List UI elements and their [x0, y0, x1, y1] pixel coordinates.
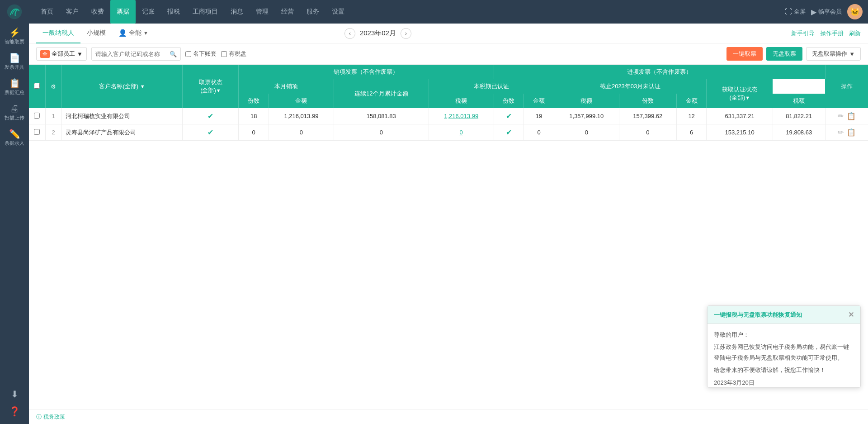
edit-icon[interactable]: ✏ [838, 129, 844, 136]
chevron-down-icon: ▼ [143, 30, 148, 36]
chevron-icon: ▼ [77, 51, 83, 57]
col-sales-group: 销项发票（不含作废票） [239, 65, 494, 79]
col-uncert-amount: 金额 [676, 94, 707, 108]
month-nav-wrap: ‹ 2023年02月 › [344, 28, 411, 39]
popup-close-btn[interactable]: ✕ [848, 310, 854, 319]
employee-select[interactable]: 全 全部员工 ▼ [36, 47, 87, 61]
current-month: 2023年02月 [360, 29, 396, 38]
search-icon[interactable]: 🔍 [170, 51, 177, 57]
nav-bookkeeping[interactable]: 记账 [136, 0, 161, 24]
row-sales-amount: 1,216,013.99 [269, 108, 334, 124]
manual-link[interactable]: 操作手册 [820, 29, 844, 38]
member-btn[interactable]: ▶ 畅享会员 [811, 8, 842, 16]
svg-point-0 [7, 5, 22, 19]
sidebar-item-invoice-open[interactable]: 📄 发票开具 [0, 49, 29, 74]
nav-billing[interactable]: 收费 [85, 0, 110, 24]
bottom-bar: ⓘ 税务政策 [29, 410, 868, 424]
row-uncert-amount: 631,337.21 [707, 108, 773, 124]
nav-customer[interactable]: 客户 [60, 0, 85, 24]
prev-month-btn[interactable]: ‹ [344, 28, 355, 39]
fullscreen-icon: ⛶ [785, 8, 792, 16]
one-key-fetch-btn[interactable]: 一键取票 [726, 47, 763, 61]
help-icon: ❓ [9, 407, 20, 416]
table-row: 1 河北柯瑞梳实业有限公司 ✔ 18 1,216,013.99 158,081.… [29, 108, 868, 124]
select-all-checkbox[interactable] [34, 83, 40, 89]
row-cert-tax: 0 [619, 124, 676, 141]
row-num: 1 [45, 108, 61, 124]
nav-manage[interactable]: 管理 [250, 0, 275, 24]
tax-policy-icon: ⓘ [36, 413, 42, 421]
nav-service[interactable]: 服务 [300, 0, 326, 24]
popup-body: 尊敬的用户：江苏政务网已恢复访问电子税务局功能，易代账一键登陆电子税务局与无盘取… [708, 324, 860, 387]
new-guide-link[interactable]: 新手引导 [791, 29, 815, 38]
sidebar-item-data-entry[interactable]: ✏️ 票据录入 [0, 125, 29, 150]
checkbox-tax-disk[interactable]: 有税盘 [221, 50, 246, 58]
data-entry-icon: ✏️ [9, 129, 20, 138]
nav-home[interactable]: 首页 [34, 0, 60, 24]
sidebar-item-help[interactable]: ❓ [0, 402, 29, 419]
row-uncert-tax: 81,822.21 [773, 108, 825, 124]
col-certify-status: 获取认证状态(全部)▼ [707, 79, 773, 108]
row-sales-12m: 0 [429, 124, 494, 141]
fullscreen-btn[interactable]: ⛶ 全屏 [785, 8, 806, 16]
row-checkbox[interactable] [34, 113, 40, 119]
user-avatar[interactable]: 🐱 [847, 4, 863, 19]
row-uncert-tax: 19,808.63 [773, 124, 825, 141]
checkbox-named-accounts[interactable]: 名下账套 [185, 50, 217, 58]
tax-policy-link[interactable]: 税务政策 [43, 413, 65, 421]
row-cert-amount: 0 [554, 124, 619, 141]
fullscreen-label: 全屏 [794, 8, 806, 16]
no-disk-ops-btn[interactable]: 无盘取票操作 ▼ [806, 47, 861, 61]
col-cert-count: 份数 [494, 94, 524, 108]
sidebar-item-smart-fetch[interactable]: ⚡ 智能取票 [0, 24, 29, 49]
sidebar-item-download[interactable]: ⬇ [0, 385, 29, 402]
search-wrap: 🔍 [91, 47, 181, 61]
nav-right: ⛶ 全屏 ▶ 畅享会员 🐱 [785, 4, 863, 19]
col-uncert-count: 份数 [619, 94, 676, 108]
invoice-summary-icon: 📋 [9, 79, 20, 88]
nav-tax[interactable]: 报税 [161, 0, 186, 24]
next-month-btn[interactable]: › [401, 28, 411, 39]
view-icon[interactable]: 📋 [847, 129, 856, 136]
settings-icon[interactable]: ⚙ [51, 83, 56, 90]
nav-invoice[interactable]: 票据 [110, 0, 136, 24]
sidebar-item-scan-upload[interactable]: 🖨 扫描上传 [0, 100, 29, 125]
nav-message[interactable]: 消息 [224, 0, 250, 24]
no-disk-fetch-btn[interactable]: 无盘取票 [766, 47, 802, 61]
sidebar-item-label: 发票开具 [5, 64, 24, 71]
edit-icon[interactable]: ✏ [838, 112, 844, 120]
row-fetch-status: ✔ [183, 108, 239, 124]
row-customer: 河北柯瑞梳实业有限公司 [61, 108, 183, 124]
tab-general[interactable]: 一般纳税人 [36, 24, 80, 43]
col-period-certified: 本税期已认证 [429, 79, 554, 94]
tab-small[interactable]: 小规模 [80, 24, 112, 43]
row-actions: ✏ 📋 [825, 124, 868, 141]
sidebar-item-invoice-summary[interactable]: 📋 票据汇总 [0, 74, 29, 100]
nav-operate[interactable]: 经营 [275, 0, 300, 24]
tab-all-label: 全能 [129, 29, 142, 37]
popup-notification: 一键报税与无盘取票功能恢复通知 ✕ 尊敬的用户：江苏政务网已恢复访问电子税务局功… [707, 305, 861, 388]
checkbox-tax-disk-input[interactable] [221, 51, 227, 57]
col-action: 操作 [825, 65, 868, 108]
view-icon[interactable]: 📋 [847, 112, 856, 120]
row-checkbox[interactable] [34, 129, 40, 135]
main-table: ⚙ 客户名称(全部) ▼ 取票状态(全部)▼ 销项发票（不含作废票） 进项发票（… [29, 65, 868, 141]
row-cert-amount: 1,357,999.10 [554, 108, 619, 124]
checkbox-named-accounts-input[interactable] [185, 51, 191, 57]
sidebar: ⚡ 智能取票 📄 发票开具 📋 票据汇总 🖨 扫描上传 ✏️ 票据录入 ⬇ ❓ [0, 0, 29, 424]
tab-all[interactable]: 👤 全能 ▼ [112, 24, 155, 43]
col-fetch-status: 取票状态(全部)▼ [183, 65, 239, 108]
row-sales-count: 18 [239, 108, 269, 124]
nav-business[interactable]: 工商项目 [186, 0, 224, 24]
employee-label: 全部员工 [52, 50, 75, 58]
nav-settings[interactable]: 设置 [326, 0, 351, 24]
table-row: 2 灵寿县尚泽矿产品有限公司 ✔ 0 0 0 0 ✔ 0 0 0 6 153,2… [29, 124, 868, 141]
search-input[interactable] [95, 51, 168, 57]
employee-tag: 全 [40, 50, 50, 58]
col-sales-count: 份数 [239, 94, 269, 108]
row-sales-count: 0 [239, 124, 269, 141]
refresh-link[interactable]: 刷新 [849, 29, 861, 38]
top-nav: 首页 客户 收费 票据 记账 报税 工商项目 消息 管理 经营 服务 设置 ⛶ … [29, 0, 868, 24]
col-cert-tax: 税额 [554, 94, 619, 108]
row-num: 2 [45, 124, 61, 141]
